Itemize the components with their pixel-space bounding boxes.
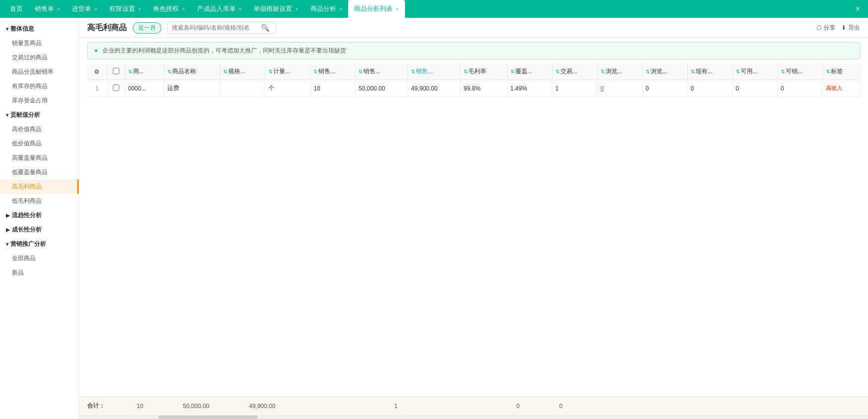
- horizontal-scrollbar[interactable]: [79, 415, 868, 419]
- col-name[interactable]: ⇅商品名称: [164, 63, 220, 80]
- sidebar-item-low-margin[interactable]: 低毛利商品: [0, 194, 79, 208]
- col-tag[interactable]: ⇅标签: [822, 63, 860, 80]
- close-icon[interactable]: ×: [138, 6, 141, 12]
- cell-coverage: 1.49%: [507, 80, 552, 97]
- sidebar-item-sales-competition[interactable]: 销量竞商品: [0, 36, 79, 50]
- search-box: 🔍: [167, 22, 276, 34]
- col-code[interactable]: ⇅商...: [125, 63, 164, 80]
- view1-link[interactable]: 0: [601, 85, 604, 92]
- nav-template-settings[interactable]: 单据模板设置 ×: [248, 0, 304, 18]
- col-spec[interactable]: ⇅规格...: [220, 63, 265, 80]
- sort-icon: ⇅: [411, 69, 415, 74]
- col-current-stock[interactable]: ⇅现有...: [687, 63, 732, 80]
- col-trade[interactable]: ⇅交易...: [552, 63, 597, 80]
- col-sellable-stock[interactable]: ⇅可销...: [777, 63, 822, 80]
- cell-view1: 0: [597, 80, 642, 97]
- nav-product-analysis-list[interactable]: 商品分析列表 ×: [348, 0, 405, 18]
- sort-icon: ⇅: [691, 69, 695, 74]
- nav-sales-order[interactable]: 销售单 ×: [29, 0, 66, 18]
- col-coverage[interactable]: ⇅覆盖...: [507, 63, 552, 80]
- sidebar-section-overall[interactable]: ▾ 整体信息: [0, 22, 79, 36]
- close-icon[interactable]: ×: [57, 6, 60, 12]
- col-checkbox[interactable]: [107, 63, 125, 80]
- col-view2[interactable]: ⇅浏览...: [642, 63, 687, 80]
- top-navigation: 首页 销售单 × 进货单 × 权限设置 × 角色授权 × 产成品入库单 × 单据…: [0, 0, 868, 18]
- table-header-row: ⚙ ⇅商... ⇅商品名称 ⇅规格... ⇅计量... ⇅销售... ⇅销售..…: [87, 63, 860, 80]
- sidebar-item-high-value[interactable]: 高价值商品: [0, 122, 79, 137]
- col-view1[interactable]: ⇅浏览...: [597, 63, 642, 80]
- share-button[interactable]: ⬡ 分享: [817, 24, 835, 32]
- nav-role-auth[interactable]: 角色授权 ×: [147, 0, 191, 18]
- scrollbar-thumb[interactable]: [158, 416, 257, 419]
- page-title: 高毛利商品: [87, 23, 127, 33]
- col-gross-margin[interactable]: ⇅毛利率: [460, 63, 507, 80]
- chevron-right-icon: ▶: [6, 213, 10, 218]
- sort-icon: ⇅: [167, 69, 171, 74]
- sidebar-item-traded-products[interactable]: 交易过的商品: [0, 50, 79, 65]
- col-sales-qty[interactable]: ⇅销售...: [310, 63, 356, 80]
- nav-purchase-order[interactable]: 进货单 ×: [66, 0, 103, 18]
- sort-icon: ⇅: [646, 69, 650, 74]
- sidebar-section-trend[interactable]: ▶ 流趋性分析: [0, 208, 79, 223]
- sidebar-item-all-products[interactable]: 全部商品: [0, 251, 79, 266]
- footer-current-stock: 0: [497, 403, 540, 410]
- sidebar-item-in-stock[interactable]: 有库存的商品: [0, 79, 79, 93]
- sidebar-section-marketing[interactable]: ▾ 营销推广分析: [0, 237, 79, 251]
- sidebar-item-high-coverage[interactable]: 高覆盖量商品: [0, 151, 79, 165]
- main-container: ▾ 整体信息 销量竞商品 交易过的商品 商品分贡献销率 有库存的商品 库存资金占…: [0, 18, 868, 419]
- search-icon[interactable]: 🔍: [261, 24, 269, 32]
- sidebar-item-contribution-rate[interactable]: 商品分贡献销率: [0, 65, 79, 79]
- nav-permission-settings[interactable]: 权限设置 ×: [103, 0, 147, 18]
- close-icon[interactable]: ×: [182, 6, 185, 12]
- search-input[interactable]: [172, 24, 261, 31]
- close-icon[interactable]: ×: [295, 6, 298, 12]
- footer-trade: 1: [374, 403, 417, 410]
- close-icon[interactable]: ×: [239, 6, 242, 12]
- sort-icon: ⇅: [556, 69, 560, 74]
- sidebar-item-new-products[interactable]: 新品: [0, 266, 79, 280]
- col-settings[interactable]: ⚙: [87, 63, 107, 80]
- nav-product-storage[interactable]: 产成品入库单 ×: [191, 0, 248, 18]
- col-sales-amount[interactable]: ⇅销售...: [356, 63, 408, 80]
- export-icon: ⬇: [841, 24, 846, 31]
- cell-sales-profit: 49,900.00: [408, 80, 460, 97]
- sort-icon: ⇅: [223, 69, 227, 74]
- col-available-stock[interactable]: ⇅可用...: [732, 63, 777, 80]
- filter-last-month-button[interactable]: 近一月: [133, 22, 161, 34]
- sidebar-item-inventory-capital[interactable]: 库存资金占用: [0, 93, 79, 108]
- sidebar-item-high-margin[interactable]: 高毛利商品: [0, 180, 79, 194]
- sort-icon: ⇅: [313, 69, 317, 74]
- sidebar-item-low-coverage[interactable]: 低覆盖量商品: [0, 165, 79, 180]
- cell-checkbox[interactable]: [107, 80, 125, 97]
- nav-product-analysis[interactable]: 商品分析 ×: [305, 0, 348, 18]
- chevron-down-icon: ▾: [6, 26, 8, 32]
- sidebar-item-low-value[interactable]: 低价值商品: [0, 137, 79, 151]
- cell-gross-margin: 99.8%: [460, 80, 507, 97]
- cell-code: 0000...: [125, 80, 164, 97]
- footer-sales-amount: 50,000.00: [163, 403, 229, 410]
- sidebar-section-growth[interactable]: ▶ 成长性分析: [0, 223, 79, 237]
- nav-home[interactable]: 首页: [4, 0, 29, 18]
- cell-sales-amount: 50,000.00: [356, 80, 408, 97]
- export-button[interactable]: ⬇ 导出: [841, 24, 860, 32]
- cell-sales-qty: 10: [310, 80, 356, 97]
- sort-icon: ⇅: [128, 69, 132, 74]
- select-all-checkbox[interactable]: [113, 68, 119, 74]
- close-icon[interactable]: ×: [396, 6, 399, 12]
- footer-bar: 合计： 10 50,000.00 49,900.00 1 0 0: [79, 396, 868, 415]
- col-sales-profit[interactable]: ⇅销售...: [408, 63, 460, 80]
- close-all-button[interactable]: ×: [852, 4, 864, 13]
- share-icon: ⬡: [817, 24, 821, 31]
- cell-current-stock: 0: [687, 80, 732, 97]
- row-checkbox[interactable]: [113, 85, 119, 91]
- info-icon: ✦: [94, 47, 99, 54]
- sort-icon: ⇅: [601, 69, 605, 74]
- col-unit[interactable]: ⇅计量...: [265, 63, 310, 80]
- cell-available-stock: 0: [732, 80, 777, 97]
- header-actions: ⬡ 分享 ⬇ 导出: [817, 24, 860, 32]
- close-icon[interactable]: ×: [94, 6, 97, 12]
- close-icon[interactable]: ×: [339, 6, 342, 12]
- sidebar-section-contribution[interactable]: ▾ 贡献值分析: [0, 108, 79, 122]
- footer-sales-qty: 10: [117, 403, 163, 410]
- sort-icon: ⇅: [358, 69, 362, 74]
